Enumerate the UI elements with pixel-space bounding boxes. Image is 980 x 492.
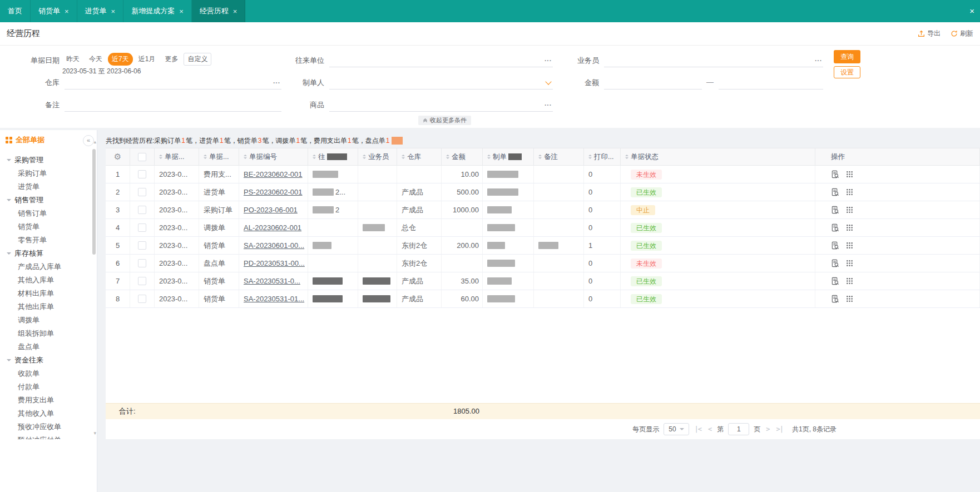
first-page-button[interactable]: |<: [695, 425, 701, 433]
tree-item-组装拆卸单[interactable]: 组装拆卸单: [0, 327, 97, 340]
tree-item-材料出库单[interactable]: 材料出库单: [0, 287, 97, 300]
ellipsis-icon[interactable]: ...: [545, 100, 552, 107]
date-quick-button-今天[interactable]: 今天: [85, 53, 106, 66]
view-document-icon[interactable]: [831, 295, 839, 303]
view-document-icon[interactable]: [831, 259, 839, 267]
chevron-down-icon[interactable]: [545, 78, 551, 85]
ellipsis-icon[interactable]: ...: [815, 55, 822, 63]
scroll-up-icon[interactable]: ▴: [93, 139, 96, 145]
sort-icon[interactable]: [588, 153, 592, 161]
sort-icon[interactable]: [313, 153, 316, 161]
view-document-icon[interactable]: [831, 277, 839, 285]
row-checkbox[interactable]: [138, 295, 146, 303]
tree-item-费用支出单[interactable]: 费用支出单: [0, 394, 97, 407]
tree-item-其他入库单[interactable]: 其他入库单: [0, 274, 97, 287]
grid-more-icon[interactable]: [846, 260, 853, 267]
row-checkbox[interactable]: [138, 241, 146, 250]
doc-number-link[interactable]: BE-20230602-001: [244, 170, 303, 178]
maker-filter-input[interactable]: [329, 76, 553, 90]
date-range-value[interactable]: 2023-05-31 至 2023-06-06: [62, 67, 141, 76]
grid-more-icon[interactable]: [846, 224, 853, 231]
remark-filter-input[interactable]: [65, 98, 281, 112]
settings-button[interactable]: 设置: [834, 66, 860, 78]
grid-more-icon[interactable]: [846, 171, 853, 178]
tree-item-其他收入单[interactable]: 其他收入单: [0, 407, 97, 420]
grid-more-icon[interactable]: [846, 206, 853, 213]
view-document-icon[interactable]: [831, 241, 839, 250]
tree-item-销货单[interactable]: 销货单: [0, 220, 97, 233]
tab-close-icon[interactable]: ×: [65, 7, 69, 16]
tab-销货单[interactable]: 销货单×: [31, 0, 77, 22]
prev-page-button[interactable]: <: [708, 425, 711, 433]
view-document-icon[interactable]: [831, 223, 839, 232]
tab-close-icon[interactable]: ×: [179, 7, 184, 16]
amount-max-input[interactable]: [719, 76, 823, 90]
search-button[interactable]: 查询: [834, 50, 860, 63]
view-document-icon[interactable]: [831, 188, 839, 196]
date-quick-button-昨天[interactable]: 昨天: [62, 53, 83, 66]
row-checkbox[interactable]: [138, 277, 146, 285]
warehouse-filter-input[interactable]: ...: [65, 76, 281, 90]
page-number-input[interactable]: 1: [728, 423, 749, 435]
export-button[interactable]: 导出: [918, 29, 941, 38]
sort-icon[interactable]: [204, 153, 207, 161]
row-checkbox[interactable]: [138, 206, 146, 214]
tree-item-采购订单[interactable]: 采购订单: [0, 167, 97, 180]
tree-item-其他出库单[interactable]: 其他出库单: [0, 300, 97, 314]
tree-item-产成品入库单[interactable]: 产成品入库单: [0, 260, 97, 274]
tree-item-付款单[interactable]: 付款单: [0, 380, 97, 394]
close-icon[interactable]: ×: [969, 0, 974, 22]
tab-新增提成方案[interactable]: 新增提成方案×: [123, 0, 192, 22]
doc-number-link[interactable]: PD-20230531-00...: [244, 259, 305, 267]
sort-icon[interactable]: [402, 153, 405, 161]
doc-number-link[interactable]: SA-20230601-00...: [244, 241, 304, 250]
date-quick-button-近1月[interactable]: 近1月: [135, 53, 160, 66]
tree-group-资金往来[interactable]: 资金往来: [0, 354, 97, 367]
tree-item-预付冲应付单[interactable]: 预付冲应付单: [0, 434, 97, 439]
tree-group-销售管理[interactable]: 销售管理: [0, 193, 97, 207]
row-checkbox[interactable]: [138, 223, 146, 232]
date-quick-button-自定义[interactable]: 自定义: [184, 53, 211, 66]
tab-经营历程[interactable]: 经营历程×: [192, 0, 246, 22]
sort-icon[interactable]: [363, 153, 366, 161]
salesman-filter-input[interactable]: ...: [604, 53, 823, 67]
row-checkbox[interactable]: [138, 170, 146, 178]
sort-icon[interactable]: [487, 153, 491, 161]
tree-item-预收冲应收单[interactable]: 预收冲应收单: [0, 420, 97, 434]
collapse-sidebar-button[interactable]: «: [83, 135, 94, 146]
doc-number-link[interactable]: PS-20230602-001: [244, 188, 303, 196]
view-document-icon[interactable]: [831, 206, 839, 214]
grid-more-icon[interactable]: [846, 295, 853, 302]
tab-首页[interactable]: 首页: [0, 0, 31, 22]
ellipsis-icon[interactable]: ...: [545, 55, 552, 63]
tab-进货单[interactable]: 进货单×: [77, 0, 124, 22]
tree-item-销售订单[interactable]: 销售订单: [0, 207, 97, 220]
tab-close-icon[interactable]: ×: [111, 7, 116, 16]
page-size-select[interactable]: 50: [664, 423, 689, 435]
tree-item-进货单[interactable]: 进货单: [0, 180, 97, 193]
refresh-button[interactable]: 刷新: [951, 29, 973, 38]
doc-number-link[interactable]: SA-20230531-01...: [244, 295, 304, 303]
tab-close-icon[interactable]: ×: [233, 7, 237, 16]
gear-icon[interactable]: ⚙: [114, 152, 121, 162]
sort-icon[interactable]: [538, 153, 542, 161]
sort-icon[interactable]: [159, 153, 162, 161]
grid-more-icon[interactable]: [846, 242, 853, 249]
ellipsis-icon[interactable]: ...: [273, 77, 280, 85]
amount-min-input[interactable]: [604, 76, 702, 90]
sidebar-scrollbar[interactable]: [92, 149, 96, 255]
date-quick-button-近7天[interactable]: 近7天: [108, 53, 133, 66]
collapse-filters-button[interactable]: 收起更多条件: [418, 116, 471, 125]
doc-number-link[interactable]: PO-2023-06-001: [244, 206, 298, 214]
row-checkbox[interactable]: [138, 188, 146, 196]
sort-icon[interactable]: [446, 153, 449, 161]
grid-more-icon[interactable]: [846, 188, 853, 196]
goods-filter-input[interactable]: ...: [329, 98, 553, 112]
last-page-button[interactable]: >|: [776, 425, 783, 433]
next-page-button[interactable]: >: [766, 425, 769, 433]
view-document-icon[interactable]: [831, 170, 839, 178]
partner-filter-input[interactable]: ...: [329, 53, 553, 67]
doc-number-link[interactable]: SA-20230531-0...: [244, 277, 300, 285]
date-quick-button-更多[interactable]: 更多: [161, 53, 182, 66]
sort-icon[interactable]: [625, 153, 628, 161]
